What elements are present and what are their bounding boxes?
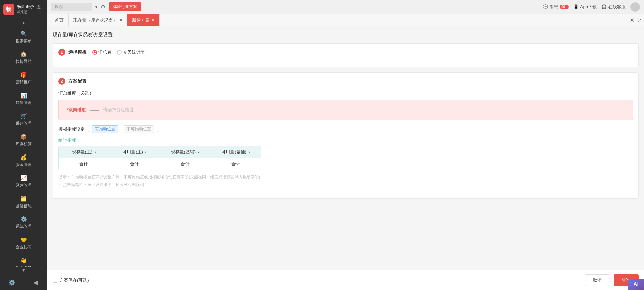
notifications-item[interactable]: 💬 消息 99+ [543,4,569,10]
app-version: 标准版 [17,10,41,15]
radio-summary-dot [92,50,97,55]
indicator-settings: 模板指标设定（ 可拖动位置 不可拖动位置 ） [58,125,633,133]
tip-item-1: 2. 点击标题栏下拉可设置排序、插入列和删除列 [58,182,633,188]
tab-inventory-label: 现存量（库存状况表） [73,17,117,23]
sidebar-item-label: 销售管理 [16,100,32,106]
sidebar-scroll-up[interactable]: ▲ [0,19,47,27]
stats-cell-0-2: 合计 [160,158,211,170]
sidebar-logo: 畅 畅康通好生意 标准版 [0,0,47,19]
save-option-label: 方案保存(可选) [59,277,89,283]
col-arrow-1: ▾ [145,150,147,154]
stats-col-0[interactable]: 现存量(主) ▾ [59,146,109,158]
online-service-label: 在线客服 [608,4,626,10]
handshake-icon: 🤝 [20,236,27,243]
page-title: 现存量(库存状况表)方案设置 [53,32,639,38]
step2-title: 方案配置 [68,78,87,84]
radio-cross[interactable]: 交叉统计表 [117,49,145,55]
cancel-button[interactable]: 取消 [585,274,610,286]
save-checkbox[interactable] [53,278,57,283]
template-radio-group: 汇总表 交叉统计表 [92,49,145,55]
step2-header: 2 方案配置 [58,78,633,85]
sidebar-item-marketing[interactable]: 🎁 营销推广 [0,68,47,89]
col-arrow-0: ▾ [94,150,96,154]
bell-icon: 💬 [543,4,548,9]
sidebar-item-new-guide[interactable]: 👋 新手引导 [0,253,47,267]
step2-section: 2 方案配置 汇总维度（必选） *纵向维度 —— 请选择分组维度 模板指标设定（… [53,72,639,199]
stats-title: 统计指标 [58,137,633,143]
headset-icon: 🎧 [601,4,607,9]
sidebar-scroll-down[interactable]: ▼ [0,267,47,274]
stats-cell-0-3: 合计 [210,158,261,170]
sidebar-item-sales[interactable]: 📊 销售管理 [0,89,47,109]
tabs-controls: ✕ ⤢ [630,17,641,23]
stats-col-3-label: 可用量(基辅) [221,149,246,155]
tab-home[interactable]: 首页 [50,14,69,26]
stats-col-1[interactable]: 可用量(主) ▾ [109,146,160,158]
tab-inventory[interactable]: 现存量（库存状况表） ✕ [69,14,127,26]
sidebar-item-label: 经营管理 [16,183,32,188]
radio-summary[interactable]: 汇总表 [92,49,112,55]
sidebar-item-label: 快捷导航 [16,59,32,65]
topbar-dropdown[interactable]: ▾ [95,5,97,9]
sidebar-menu: 🔍 搜索菜单 🏠 快捷导航 🎁 营销推广 📊 销售管理 🛒 采购管理 📦 库存核… [0,27,47,267]
stats-col-0-label: 现存量(主) [72,149,93,155]
gear-icon: ⚙️ [20,216,27,222]
chart-icon: 📊 [20,92,27,99]
col-arrow-2: ▾ [198,150,199,154]
online-service-item[interactable]: 🎧 在线客服 [601,4,626,10]
sidebar-item-purchase[interactable]: 🛒 采购管理 [0,109,47,130]
sidebar-item-label: 资金管理 [16,162,32,168]
sidebar-item-inventory[interactable]: 📦 库存核算 [0,130,47,150]
gift-icon: 🎁 [20,71,27,78]
sidebar-item-label: 营销推广 [16,79,32,85]
money-icon: 💰 [20,154,27,161]
industry-plan-button[interactable]: 体验行业方案 [109,2,141,11]
sidebar-item-operations[interactable]: 📈 经营管理 [0,171,47,192]
save-option[interactable]: 方案保存(可选) [53,277,89,283]
sidebar-item-quick-nav[interactable]: 🏠 快捷导航 [0,47,47,68]
topbar-gear-icon[interactable]: ⚙ [101,4,105,10]
step1-number: 1 [58,49,65,56]
ai-button[interactable]: Ai [628,279,644,290]
tab-inventory-close-icon[interactable]: ✕ [119,18,122,22]
stats-table-row-0: 合计 合计 合计 合计 [59,158,261,170]
stats-cell-0-0: 合计 [59,158,109,170]
content-area: 现存量(库存状况表)方案设置 1 选择模板 汇总表 交叉统计表 [47,26,644,270]
topbar-left: 搜索 ▾ ⚙ 体验行业方案 [51,2,141,11]
stats-section: 统计指标 现存量(主) ▾ 可用量(主) ▾ 现存量(基辅) [58,137,633,170]
search-placeholder: 搜索 [55,4,63,9]
stats-col-3[interactable]: 可用量(基辅) ▾ [210,146,261,158]
sidebar-collapse-button[interactable]: ◀ [30,277,41,287]
sidebar-item-system[interactable]: ⚙️ 系统管理 [0,212,47,233]
stats-col-2[interactable]: 现存量(基辅) ▾ [160,146,211,158]
sidebar-item-finance[interactable]: 💰 资金管理 [0,150,47,171]
sidebar-item-search[interactable]: 🔍 搜索菜单 [0,27,47,47]
tips-section: 提示： 1.拖动标题栏可以调整布局，不可跨维度或指标区域拖动栏目字段(只能在同一… [58,174,633,188]
sidebar-item-label: 基础信息 [16,203,32,209]
dimension-dash: —— [90,107,99,113]
tab-home-label: 首页 [55,17,64,23]
tab-new-plan[interactable]: 新建方案 ✕ [127,14,160,26]
dimension-box[interactable]: *纵向维度 —— 请选择分组维度 [58,100,633,120]
sidebar-settings-button[interactable]: ⚙️ [7,277,17,287]
home-icon: 🏠 [20,51,27,57]
stats-col-2-label: 现存量(基辅) [171,149,196,155]
dimension-section-label: 汇总维度（必选） [58,90,633,96]
step1-header: 1 选择模板 汇总表 交叉统计表 [58,49,633,56]
user-avatar[interactable] [630,2,640,12]
tabs-bar: 首页 现存量（库存状况表） ✕ 新建方案 ✕ ✕ ⤢ [47,14,644,26]
radio-summary-label: 汇总表 [98,49,112,55]
tab-close-all-icon[interactable]: ✕ [630,17,634,23]
sidebar-item-enterprise[interactable]: 🤝 企业协同 [0,233,47,253]
app-download-item[interactable]: 📱 App下载 [573,4,597,10]
sidebar-item-label: 系统管理 [16,224,32,229]
tab-new-plan-close-icon[interactable]: ✕ [152,18,155,22]
step1-title: 选择模板 [68,49,87,55]
sidebar-item-base-info[interactable]: 🗂️ 基础信息 [0,192,47,212]
tab-expand-icon[interactable]: ⤢ [637,17,641,23]
notifications-label: 消息 [549,4,558,10]
vertical-dimension-label: *纵向维度 [67,107,86,113]
dimension-placeholder: 请选择分组维度 [103,107,134,113]
folder-icon: 🗂️ [20,195,27,202]
sidebar-item-label: 企业协同 [16,244,32,250]
